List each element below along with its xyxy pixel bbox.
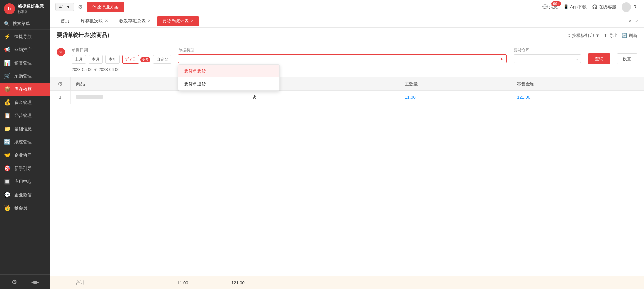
purchase-icon: 🛒 [4,73,11,79]
date-btn-this-year[interactable]: 本年 [105,55,120,64]
filter-expander-button[interactable]: » [57,48,65,56]
page-title: 要货单统计表(按商品) [57,32,109,39]
table-gear-icon[interactable]: ⚙ [58,81,63,87]
footer-row: 合计 11.00 121.00 [55,280,639,286]
td-index: 1 [50,91,70,104]
type-chevron-up-icon[interactable]: ▲ [499,56,504,61]
trial-btn[interactable]: 体验行业方案 [87,2,124,12]
tab-order-stats[interactable]: 要货单统计表 ✕ [157,16,199,26]
warehouse-filter-group: 要货仓库 ··· [514,47,581,63]
basic-info-icon: 📁 [4,126,11,132]
sidebar-item-membership[interactable]: 👑 畅会员 [0,201,50,215]
sidebar-search[interactable]: 🔍 搜索菜单 [0,18,50,30]
query-button[interactable]: 查询 [588,53,610,64]
search-icon: 🔍 [4,21,10,26]
app-download-button[interactable]: 📱 App下载 [563,4,587,10]
refresh-button[interactable]: 🔄 刷新 [622,32,637,39]
th-quantity: 主数量 [399,77,511,91]
sidebar-settings-icon[interactable]: ⚙ [11,278,17,286]
more-options-badge[interactable]: 更多 [140,57,150,62]
app-subtitle: 标准版 [18,9,44,14]
type-input-field[interactable] [181,56,499,61]
export-icon: ⬆ [604,33,607,38]
setting-button[interactable]: 设置 [617,53,637,64]
sidebar-item-guide[interactable]: 🎯 新手引导 [0,162,50,175]
warehouse-filter-label: 要货仓库 [514,47,581,53]
table-footer: 合计 11.00 121.00 [50,276,644,289]
tab-close-icon[interactable]: ✕ [191,19,194,23]
date-btn-custom[interactable]: 自定义 [153,55,171,64]
tab-home-label: 首页 [61,18,69,24]
td-quantity: 11.00 [399,91,511,104]
selector-chevron-icon: ▼ [66,4,70,9]
cooperation-icon: 🤝 [4,152,11,158]
footer-amount: 121.00 [231,280,285,285]
sidebar-item-basic-info[interactable]: 📁 基础信息 [0,122,50,135]
table-area: ⚙ 商品 主计量单位 主数量 零售金额 [50,77,644,276]
date-btn-this-month[interactable]: 本月 [89,55,103,64]
tab-expand-icon[interactable]: ⤢ [635,18,639,23]
sidebar-item-label: 销售管理 [14,60,32,66]
dropdown-item-order-purchase[interactable]: 要货单要货 [178,65,279,77]
refresh-icon: 🔄 [622,33,627,38]
sidebar-item-label: 企业微信 [14,192,32,198]
warehouse-filter-input[interactable]: ··· [514,54,581,63]
sidebar-item-operations[interactable]: 📋 经营管理 [0,109,50,122]
sidebar-item-label: 基础信息 [14,126,32,132]
print-chevron-icon: ▼ [595,33,600,38]
online-service-button[interactable]: 🎧 在线客服 [592,4,616,10]
th-amount: 零售金额 [511,77,644,91]
date-range-display: 2023-05-06 至 2023-06-06 [72,67,171,73]
print-icon: 🖨 [566,33,571,38]
sidebar-item-finance[interactable]: 💰 资金管理 [0,96,50,109]
sidebar-item-label: 经营管理 [14,113,32,119]
company-selector[interactable]: 41 ▼ [55,3,74,11]
tab-home[interactable]: 首页 [55,16,74,26]
sidebar-item-inventory[interactable]: 📦 库存核算 [0,83,50,96]
tab-close-all-icon[interactable]: ✕ [628,18,632,23]
sidebar-item-marketing[interactable]: 📢 营销推广 [0,43,50,56]
tab-label: 要货单统计表 [162,18,189,24]
message-button[interactable]: 💬 消息 99+ [542,4,558,10]
tab-close-icon[interactable]: ✕ [105,19,108,23]
sidebar-item-enterprise-wechat[interactable]: 💬 企业微信 [0,188,50,201]
date-btn-last-month[interactable]: 上月 [72,55,86,64]
user-menu[interactable]: Rit [622,2,639,12]
sidebar-footer: ⚙ ◀▶ [0,274,50,289]
type-filter-label: 单据类型 [178,47,507,53]
sidebar-item-cooperation[interactable]: 🤝 企业协同 [0,149,50,162]
print-button[interactable]: 🖨 按模板打印 ▼ [566,32,600,39]
sidebar-item-purchase[interactable]: 🛒 采购管理 [0,69,50,83]
topbar-right: 💬 消息 99+ 📱 App下载 🎧 在线客服 Rit [542,2,639,12]
tab-batch-account[interactable]: 库存批次账 ✕ [76,16,113,26]
type-filter-group: 单据类型 ▲ 要货单要货 要货单退货 [178,47,507,63]
quick-nav-icon: ⚡ [4,33,11,40]
date-btn-last-7-days[interactable]: 近7天 [122,55,139,64]
sidebar-item-label: 应用中心 [14,179,32,185]
table-header-row: ⚙ 商品 主计量单位 主数量 零售金额 [50,77,644,91]
sidebar-collapse-icon[interactable]: ◀▶ [31,279,39,285]
sidebar-nav: ⚡ 快捷导航 📢 营销推广 📊 销售管理 🛒 采购管理 📦 库存核算 💰 资金管… [0,30,50,274]
company-value: 41 [59,4,64,9]
topbar-gear-icon[interactable]: ⚙ [78,4,83,10]
dropdown-item-order-return[interactable]: 要货单退货 [178,77,279,90]
sidebar-item-system[interactable]: 🔄 系统管理 [0,135,50,149]
inventory-icon: 📦 [4,86,11,92]
sidebar-item-quick-nav[interactable]: ⚡ 快捷导航 [0,30,50,43]
th-settings[interactable]: ⚙ [50,77,70,91]
finance-icon: 💰 [4,99,11,106]
export-button[interactable]: ⬆ 导出 [604,32,618,39]
sidebar-header: b 畅捷通好生意 标准版 [0,0,50,18]
product-placeholder [76,95,103,99]
date-filter-row: 上月 本月 本年 近7天 更多 自定义 [72,55,171,64]
sidebar-item-label: 采购管理 [14,73,32,79]
sidebar-item-sales[interactable]: 📊 销售管理 [0,56,50,69]
sidebar-item-label: 畅会员 [14,205,27,211]
warehouse-more-icon: ··· [574,56,578,61]
sidebar-item-app-center[interactable]: 🔲 应用中心 [0,175,50,188]
tab-close-icon[interactable]: ✕ [148,19,151,23]
footer-quantity: 11.00 [177,280,231,285]
tab-receive-summary[interactable]: 收发存汇总表 ✕ [114,16,156,26]
type-filter-input[interactable]: ▲ [178,54,507,63]
marketing-icon: 📢 [4,46,11,53]
